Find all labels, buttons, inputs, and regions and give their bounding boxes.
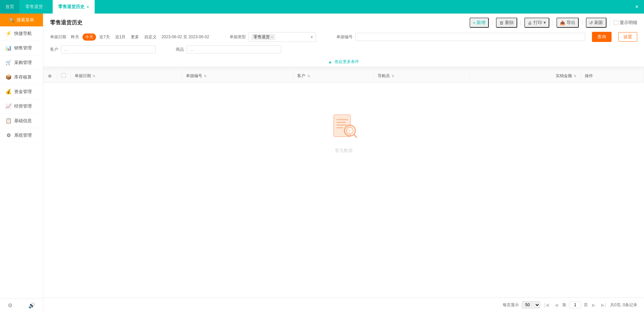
th-bill-no[interactable]: 单据编号 ⇅ bbox=[182, 70, 293, 83]
tab-return-label: 零售退货 bbox=[25, 4, 43, 10]
date-opt-1month[interactable]: 近1月 bbox=[113, 34, 128, 41]
sidebar-item-finance-label: 资金管理 bbox=[14, 89, 32, 95]
sidebar-item-operation[interactable]: 📈 经营管理 bbox=[0, 99, 43, 114]
th-date-label: 单据日期 bbox=[75, 73, 91, 78]
date-opt-7days[interactable]: 近7天 bbox=[97, 34, 112, 41]
new-label: 新增 bbox=[477, 20, 485, 26]
sidebar-item-sales[interactable]: 📊 销售管理 bbox=[0, 41, 43, 55]
divider-3 bbox=[553, 20, 553, 25]
page-title: 零售退货历史 bbox=[50, 19, 82, 26]
per-page-select[interactable]: 50 100 200 bbox=[522, 301, 540, 309]
delete-label: 删除 bbox=[505, 20, 514, 26]
goods-filter-group: 商品 … bbox=[176, 45, 281, 53]
customer-filter-label: 客户 bbox=[50, 47, 58, 52]
th-check[interactable] bbox=[57, 70, 70, 83]
svg-rect-3 bbox=[336, 125, 347, 126]
sales-icon: 📊 bbox=[5, 45, 11, 51]
detail-label: 显示明细 bbox=[620, 20, 637, 26]
purchase-icon: 🛒 bbox=[5, 60, 11, 66]
sidebar-item-finance[interactable]: 💰 资金管理 bbox=[0, 85, 43, 99]
next-page-btn[interactable]: ▶ bbox=[591, 302, 597, 308]
last-page-btn[interactable]: ▶| bbox=[600, 302, 607, 308]
th-bill-no-label: 单据编号 bbox=[186, 73, 202, 78]
column-settings-icon[interactable]: ⚙ bbox=[48, 74, 52, 79]
prev-page-btn[interactable]: ◀ bbox=[553, 302, 559, 308]
query-button[interactable]: 查询 bbox=[592, 32, 612, 42]
content-area: 零售退货历史 + 新增 🗑 删除 🖨 打印 ▾ bbox=[43, 14, 644, 312]
sidebar-volume-icon[interactable]: 🔊 bbox=[28, 302, 35, 309]
tab-list: 首页 零售退货 × 零售退货历史 × bbox=[0, 0, 629, 14]
customer-input[interactable]: … bbox=[61, 45, 156, 53]
bill-type-dropdown-icon: ▾ bbox=[311, 35, 313, 40]
date-opt-yesterday[interactable]: 昨天 bbox=[69, 34, 81, 41]
svg-text:?: ? bbox=[349, 129, 350, 133]
th-actual-amount[interactable]: 实销金额 ⇅ bbox=[469, 70, 580, 83]
customer-filter-group: 客户 … bbox=[50, 45, 156, 53]
sidebar-nav: ⚡ 快捷导航 📊 销售管理 🛒 采购管理 📦 库存核算 💰 资金管理 📈 bbox=[0, 26, 43, 298]
date-range-value[interactable]: 2023-06-02 至 2023-06-02 bbox=[161, 34, 209, 40]
sidebar-item-system[interactable]: ⚙ 系统管理 bbox=[0, 128, 43, 143]
collapse-button[interactable]: ▲ 收起更多条件 bbox=[50, 57, 637, 67]
sidebar-item-inventory[interactable]: 📦 库存核算 bbox=[0, 70, 43, 85]
delete-button[interactable]: 🗑 删除 bbox=[496, 18, 517, 28]
th-settings[interactable]: ⚙ bbox=[43, 70, 57, 83]
th-guide-sort: ⇅ bbox=[391, 74, 394, 78]
select-all-checkbox[interactable] bbox=[61, 73, 66, 78]
tab-return-close[interactable]: × bbox=[45, 5, 47, 9]
first-page-btn[interactable]: |◀ bbox=[543, 302, 551, 308]
th-customer[interactable]: 客户 ⇅ bbox=[293, 70, 374, 83]
date-opt-today[interactable]: 今天 bbox=[82, 34, 96, 41]
th-bill-no-sort: ⇅ bbox=[204, 74, 207, 78]
per-page-label: 每页显示 bbox=[503, 302, 519, 308]
sidebar-item-system-label: 系统管理 bbox=[14, 132, 32, 138]
tab-history-close[interactable]: × bbox=[87, 5, 89, 9]
new-icon: + bbox=[473, 20, 476, 25]
bill-type-tag-remove[interactable]: × bbox=[271, 35, 273, 39]
export-button[interactable]: 📤 导出 bbox=[556, 18, 579, 28]
date-filter-group: 单据日期 昨天 今天 近7天 近1月 更多 自定义 2023-06-02 至 2… bbox=[50, 34, 209, 41]
tab-home[interactable]: 首页 bbox=[0, 0, 20, 14]
empty-text: 暂无数据 bbox=[335, 148, 353, 154]
th-date[interactable]: 单据日期 ⇅ bbox=[70, 70, 182, 83]
table-container: ⚙ 单据日期 ⇅ 单据编号 ⇅ bbox=[43, 70, 644, 312]
show-detail-checkbox[interactable]: 显示明细 bbox=[614, 20, 637, 26]
empty-state: ? 暂无数据 bbox=[43, 83, 644, 181]
bill-type-select[interactable]: 零售退货 × ▾ bbox=[248, 32, 316, 42]
th-guide[interactable]: 导购员 ⇅ bbox=[374, 70, 470, 83]
sidebar: 🔍 搜索菜单 ⚡ 快捷导航 📊 销售管理 🛒 采购管理 📦 库存核算 💰 bbox=[0, 14, 43, 312]
new-button[interactable]: + 新增 bbox=[470, 18, 489, 28]
tab-return[interactable]: 零售退货 × bbox=[20, 0, 53, 14]
print-button[interactable]: 🖨 打印 ▾ bbox=[524, 18, 549, 28]
bill-type-tag: 零售退货 × bbox=[252, 34, 275, 40]
pagination: 每页显示 50 100 200 |◀ ◀ 第 1 页 ▶ ▶| 共0页, 0条记… bbox=[43, 297, 644, 312]
refresh-button[interactable]: ↺ 刷新 bbox=[586, 18, 606, 28]
settings-button[interactable]: 设置 bbox=[618, 32, 637, 42]
refresh-icon: ↺ bbox=[589, 20, 593, 25]
sidebar-item-inventory-label: 库存核算 bbox=[14, 74, 32, 80]
sidebar-settings-icon[interactable]: ⚙ bbox=[8, 302, 13, 309]
sidebar-item-purchase-label: 采购管理 bbox=[14, 60, 32, 66]
sidebar-item-purchase[interactable]: 🛒 采购管理 bbox=[0, 55, 43, 70]
date-opt-custom[interactable]: 自定义 bbox=[142, 34, 159, 41]
sidebar-item-basic-info[interactable]: 📋 基础信息 bbox=[0, 114, 43, 128]
total-info: 共0页, 0条记录 bbox=[610, 302, 637, 308]
svg-rect-4 bbox=[336, 127, 343, 128]
th-date-sort: ⇅ bbox=[93, 74, 95, 78]
collapse-icon: ▲ bbox=[328, 60, 332, 64]
window-close-button[interactable]: × bbox=[629, 3, 644, 10]
tab-history[interactable]: 零售退货历史 × bbox=[53, 0, 94, 14]
svg-rect-2 bbox=[336, 122, 346, 123]
page-input[interactable]: 1 bbox=[569, 302, 581, 308]
goods-input[interactable]: … bbox=[187, 45, 281, 53]
date-opt-more[interactable]: 更多 bbox=[129, 34, 141, 41]
operation-icon: 📈 bbox=[5, 103, 11, 109]
page-header: 零售退货历史 + 新增 🗑 删除 🖨 打印 ▾ bbox=[43, 14, 644, 67]
bill-no-input[interactable] bbox=[355, 33, 585, 41]
sidebar-search[interactable]: 🔍 搜索菜单 bbox=[0, 14, 43, 26]
date-filter-label: 单据日期 bbox=[50, 34, 66, 40]
th-customer-sort: ⇅ bbox=[307, 74, 310, 78]
divider-1 bbox=[492, 20, 493, 25]
sidebar-item-sales-label: 销售管理 bbox=[14, 45, 32, 51]
svg-rect-1 bbox=[336, 119, 348, 120]
sidebar-item-quicknav[interactable]: ⚡ 快捷导航 bbox=[0, 26, 43, 41]
